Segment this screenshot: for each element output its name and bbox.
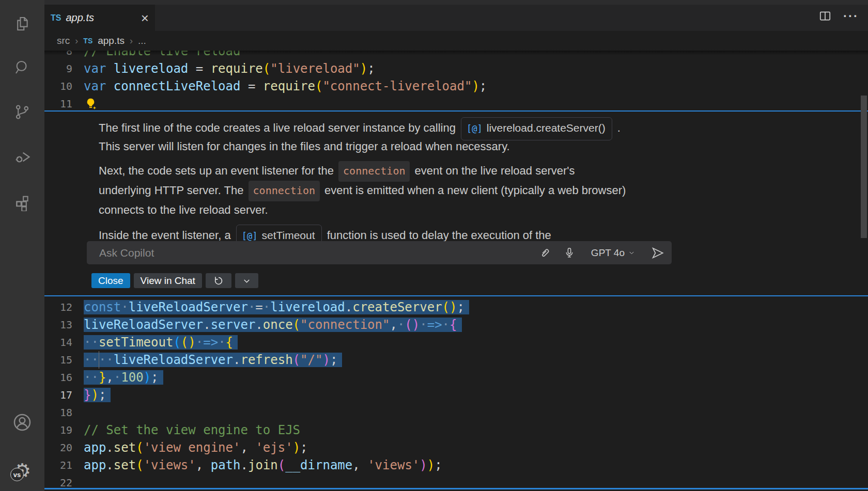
code-text[interactable]: }); [84, 386, 856, 404]
mic-icon[interactable] [563, 247, 576, 259]
code-text[interactable]: // Set the view engine to EJS [84, 421, 856, 439]
symbol-ref-icon: [@] [242, 231, 258, 241]
line-number: 21 [44, 456, 72, 474]
chat-text: The first line of the code creates a liv… [99, 121, 459, 134]
inline-chat-bottom-border [44, 295, 868, 296]
run-debug-icon[interactable] [0, 140, 44, 173]
chevron-right-icon: › [130, 36, 133, 46]
breadcrumb-file[interactable]: app.ts [98, 35, 125, 46]
chat-text: . [614, 121, 621, 134]
explorer-icon[interactable] [0, 7, 44, 40]
chat-paragraph: Next, the code sets up an event listener… [99, 161, 626, 220]
next-widget-border [44, 488, 868, 489]
typescript-file-icon: TS [51, 13, 61, 23]
code-line[interactable]: 21app.set('views', path.join(__dirname, … [44, 456, 868, 474]
tab-label: app.ts [66, 12, 136, 24]
chat-text: connects to the live reload server. [99, 203, 268, 216]
search-icon[interactable] [0, 51, 44, 84]
split-editor-icon[interactable] [818, 9, 832, 23]
scrollbar-thumb[interactable] [861, 96, 867, 238]
code-text[interactable]: const·liveReloadServer·=·livereload.crea… [84, 298, 856, 316]
chevron-down-icon [628, 249, 636, 257]
chat-text-line: The first line of the code creates a liv… [99, 117, 621, 137]
line-number: 15 [44, 351, 72, 369]
inline-code-chip: connection [338, 161, 410, 182]
breadcrumb[interactable]: src › TS app.ts › ... [44, 31, 868, 51]
chat-text: Inside the event listener, a [99, 229, 234, 242]
tab-app-ts[interactable]: TS app.ts × [44, 5, 155, 31]
line-number: 10 [44, 77, 72, 95]
tabbar-top-strip [44, 0, 868, 5]
send-icon[interactable] [651, 246, 664, 260]
copilot-input-bar[interactable]: GPT 4o [87, 241, 672, 264]
chat-text-line: connects to the live reload server. [99, 200, 626, 220]
tab-close-icon[interactable]: × [141, 11, 149, 25]
line-number: 20 [44, 439, 72, 456]
code-text[interactable]: ··},·100); [84, 369, 856, 386]
scroll-shadow [44, 51, 868, 55]
regenerate-button[interactable] [206, 273, 231, 288]
inline-chat-buttons: Close View in Chat [91, 273, 258, 288]
source-control-icon[interactable] [0, 96, 44, 129]
tab-bar: TS app.ts × ··· [44, 0, 868, 31]
line-number: 11 [44, 95, 72, 113]
code-text[interactable]: ····liveReloadServer.refresh("/"); [84, 351, 856, 369]
copilot-lightbulb-icon[interactable] [84, 97, 98, 111]
code-line[interactable]: 20app.set('view engine', 'ejs'); [44, 439, 868, 456]
refresh-icon [213, 275, 224, 287]
extensions-icon[interactable] [0, 186, 44, 219]
line-number: 9 [44, 60, 72, 77]
chat-paragraph: The first line of the code creates a liv… [99, 117, 621, 156]
code-line[interactable]: 12const·liveReloadServer·=·livereload.cr… [44, 298, 868, 316]
code-line[interactable]: 9var livereload = require("livereload"); [44, 60, 868, 77]
indent-guide [99, 351, 99, 369]
code-line[interactable]: 19// Set the view engine to EJS [44, 421, 868, 439]
model-picker[interactable]: GPT 4o [591, 247, 636, 259]
code-line[interactable]: 14··setTimeout(()·=>·{ [44, 334, 868, 351]
code-text[interactable]: var livereload = require("livereload"); [84, 60, 856, 77]
chat-text: underlying HTTP server. The [99, 184, 247, 197]
chat-text-line: underlying HTTP server. The connection e… [99, 181, 626, 200]
close-button[interactable]: Close [91, 273, 130, 288]
inline-chat-top-border [44, 110, 868, 112]
more-actions-icon[interactable]: ··· [843, 10, 859, 22]
code-line[interactable]: 18 [44, 404, 868, 421]
line-number: 17 [44, 386, 72, 404]
inline-code-chip: connection [249, 181, 320, 201]
breadcrumb-folder[interactable]: src [57, 35, 70, 46]
editor-group: TS app.ts × ··· src › TS app.ts › ... 8/… [44, 0, 868, 491]
code-text[interactable]: app.set('view engine', 'ejs'); [84, 439, 856, 456]
code-text[interactable]: app.set('views', path.join(__dirname, 'v… [84, 456, 856, 474]
code-line[interactable]: 17}); [44, 386, 868, 404]
line-number: 12 [44, 298, 72, 316]
ask-copilot-input[interactable] [98, 246, 526, 260]
files-icon [13, 15, 31, 33]
line-number: 18 [44, 404, 72, 421]
line-number: 13 [44, 316, 72, 334]
line-number: 14 [44, 334, 72, 351]
code-text[interactable]: liveReloadServer.server.once("connection… [84, 316, 856, 334]
code-line[interactable]: 11 [44, 95, 868, 113]
chat-text: function is used to delay the execution … [324, 229, 551, 242]
chat-text: Next, the code sets up an event listener… [99, 164, 337, 177]
more-options-button[interactable] [235, 273, 258, 288]
breadcrumb-tail[interactable]: ... [138, 35, 146, 46]
line-number: 16 [44, 369, 72, 386]
line-number: 19 [44, 421, 72, 439]
code-text[interactable]: ··setTimeout(()·=>·{ [84, 334, 856, 351]
code-line[interactable]: 13liveReloadServer.server.once("connecti… [44, 316, 868, 334]
code-line[interactable]: 16··},·100); [44, 369, 868, 386]
code-line[interactable]: 10var connectLiveReload = require("conne… [44, 77, 868, 95]
symbol-ref-icon: [@] [467, 123, 483, 134]
attach-icon[interactable] [538, 247, 551, 259]
chat-text: event is emitted when a new client (typi… [321, 184, 626, 197]
view-in-chat-button[interactable]: View in Chat [134, 273, 202, 288]
account-icon[interactable] [0, 406, 44, 439]
activity-bar: ⚙ vs [0, 0, 44, 491]
typescript-file-icon: TS [83, 37, 92, 45]
code-text[interactable]: var connectLiveReload = require("connect… [84, 77, 856, 95]
code-line[interactable]: 15····liveReloadServer.refresh("/"); [44, 351, 868, 369]
chevron-right-icon: › [75, 36, 78, 46]
model-label: GPT 4o [591, 247, 625, 259]
vs-profile-badge[interactable]: vs [10, 468, 24, 481]
